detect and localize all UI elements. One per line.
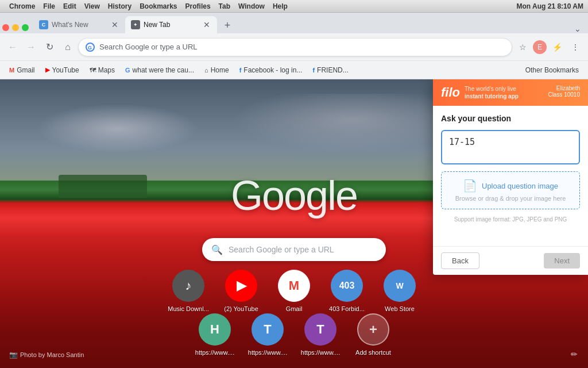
tab-whats-new[interactable]: C What's New ✕ <box>33 16 125 33</box>
shortcut-youtube[interactable]: ▶ (2) YouTube <box>220 270 262 312</box>
chrome-omnibar: ← → ↻ ⌂ G Search Google or type a URL ☆ … <box>0 33 588 61</box>
youtube-icon: ▶ <box>45 66 50 74</box>
tab-menu-btn[interactable]: ⌄ <box>574 24 581 33</box>
filo-question-input[interactable]: 17-15 <box>441 130 580 164</box>
bookmark-facebook-label: Facebook - log in... <box>243 66 302 74</box>
search-icon: 🔍 <box>211 244 223 255</box>
close-tab-1-btn[interactable]: ✕ <box>110 19 119 30</box>
home-icon: ⌂ <box>204 67 208 74</box>
bookmark-btn[interactable]: ☆ <box>514 39 531 55</box>
filo-logo: filo <box>441 85 460 100</box>
filo-footer: Back Next <box>433 246 588 275</box>
filo-upload-area[interactable]: 📄 Upload question image Browse or drag &… <box>441 171 580 209</box>
menu-bookmarks[interactable]: Bookmarks <box>140 2 177 10</box>
tab-title-whats-new: What's New <box>52 21 107 29</box>
mac-titlebar: Chrome File Edit View History Bookmarks … <box>0 0 588 13</box>
menu-edit[interactable]: Edit <box>63 2 76 10</box>
menu-help[interactable]: Help <box>273 2 288 10</box>
main-content: Google 🔍 Search Google or type a URL ♪ M… <box>0 79 588 368</box>
shortcut-webstore[interactable]: W Web Store <box>379 270 420 312</box>
gmail-icon: M <box>9 67 14 74</box>
bookmark-friend[interactable]: f FRIEND... <box>308 65 353 75</box>
page-search-text: Search Google or type a URL <box>229 245 377 254</box>
filo-back-btn[interactable]: Back <box>441 252 479 269</box>
customize-btn[interactable]: ✏ <box>567 347 581 361</box>
svg-text:G: G <box>88 45 92 51</box>
shortcut-add-icon: + <box>357 313 389 346</box>
filo-upload-sub: Browse or drag & drop your image here <box>455 195 566 202</box>
photo-credit: 📷 Photo by Marco Santin <box>9 351 84 359</box>
tab-new-tab[interactable]: ✦ New Tab ✕ <box>125 16 217 33</box>
page-search-bar[interactable]: 🔍 Search Google or type a URL <box>202 238 386 261</box>
omnibar-input-wrap[interactable]: G Search Google or type a URL <box>78 38 512 56</box>
other-bookmarks[interactable]: Other Bookmarks <box>521 65 583 75</box>
bookmark-facebook[interactable]: f Facebook - log in... <box>235 65 307 75</box>
menu-window[interactable]: Window <box>238 2 265 10</box>
shortcut-music-icon: ♪ <box>172 270 204 302</box>
omnibar-actions: ☆ E ⚡ ⋮ <box>514 39 583 55</box>
maximize-window-btn[interactable] <box>22 24 29 31</box>
filo-header: filo The world's only live instant tutor… <box>433 79 588 106</box>
new-tab-btn[interactable]: + <box>219 17 235 33</box>
google-icon: G <box>86 43 95 52</box>
extensions-btn[interactable]: ⚡ <box>549 39 565 55</box>
shortcut-forbidden[interactable]: 403 403 Forbid... <box>326 270 368 312</box>
filo-user-name: Elizabeth <box>548 85 580 91</box>
filo-next-btn[interactable]: Next <box>544 253 580 269</box>
menu-profiles[interactable]: Profiles <box>185 2 211 10</box>
filo-upload-label: Upload question image <box>482 182 558 190</box>
shortcut-forbidden-icon: 403 <box>331 270 363 302</box>
shortcut-gmail-label: Gmail <box>286 305 303 312</box>
home-btn[interactable]: ⌂ <box>60 39 76 55</box>
shortcut-t2[interactable]: T https://www.... <box>300 313 341 356</box>
bookmark-maps[interactable]: 🗺 Maps <box>85 65 119 75</box>
bookmark-friend-label: FRIEND... <box>317 66 349 74</box>
bookmark-gmail-label: Gmail <box>17 66 34 74</box>
shortcut-webstore-label: Web Store <box>385 305 415 312</box>
menu-chrome[interactable]: Chrome <box>9 2 35 10</box>
tab-title-new-tab: New Tab <box>144 21 199 29</box>
minimize-window-btn[interactable] <box>12 24 19 31</box>
chrome-tabs-bar: C What's New ✕ ✦ New Tab ✕ + ⌄ <box>0 13 588 33</box>
shortcut-youtube-icon: ▶ <box>225 270 257 302</box>
bookmarks-bar: M Gmail ▶ YouTube 🗺 Maps G what were the… <box>0 61 588 79</box>
shortcut-gmail-icon: M <box>278 270 310 302</box>
shortcut-t1[interactable]: T https://www.... <box>247 313 288 356</box>
filo-logo-area: filo The world's only live instant tutor… <box>441 85 519 100</box>
bookmark-gmail[interactable]: M Gmail <box>5 65 40 75</box>
shortcut-music[interactable]: ♪ Music Downl... <box>168 270 209 312</box>
filo-tagline: The world's only live instant tutoring a… <box>465 85 519 100</box>
menu-view[interactable]: View <box>84 2 100 10</box>
tab-controls: ⌄ <box>574 24 586 33</box>
bookmark-youtube[interactable]: ▶ YouTube <box>41 65 84 75</box>
google-logo: Google <box>231 172 357 219</box>
filo-user-class: Class 10010 <box>548 91 580 98</box>
filo-ask-label: Ask your question <box>441 114 580 123</box>
shortcut-forbidden-label: 403 Forbid... <box>329 305 365 312</box>
profile-icon[interactable]: E <box>533 40 547 54</box>
chrome-menu-btn[interactable]: ⋮ <box>567 39 583 55</box>
forward-btn[interactable]: → <box>23 39 39 55</box>
menu-file[interactable]: File <box>43 2 55 10</box>
filo-body: Ask your question 17-15 📄 Upload questio… <box>433 106 588 246</box>
menu-history[interactable]: History <box>108 2 131 10</box>
menu-tab[interactable]: Tab <box>219 2 230 10</box>
filo-user-info: Elizabeth Class 10010 <box>548 85 580 98</box>
close-window-btn[interactable] <box>2 24 9 31</box>
shortcut-gmail[interactable]: M Gmail <box>273 270 315 312</box>
tab-favicon-new-tab: ✦ <box>131 20 140 29</box>
bookmark-home[interactable]: ⌂ Home <box>200 65 234 75</box>
shortcut-music-label: Music Downl... <box>168 305 209 312</box>
bookmark-what[interactable]: G what were the cau... <box>121 65 199 75</box>
reload-btn[interactable]: ↻ <box>41 39 57 55</box>
upload-icon: 📄 <box>463 179 477 193</box>
filo-tagline-line1: The world's only live <box>465 85 519 93</box>
shortcut-h[interactable]: H https://www.... <box>194 313 235 356</box>
back-btn[interactable]: ← <box>5 39 21 55</box>
shortcut-add[interactable]: + Add shortcut <box>353 313 394 356</box>
mac-menu: Chrome File Edit View History Bookmarks … <box>9 2 288 10</box>
close-tab-2-btn[interactable]: ✕ <box>202 19 211 30</box>
shortcuts-grid-2: H https://www.... T https://www.... T ht… <box>194 313 394 356</box>
maps-icon: 🗺 <box>90 67 96 74</box>
shortcut-t2-icon: T <box>304 313 336 346</box>
